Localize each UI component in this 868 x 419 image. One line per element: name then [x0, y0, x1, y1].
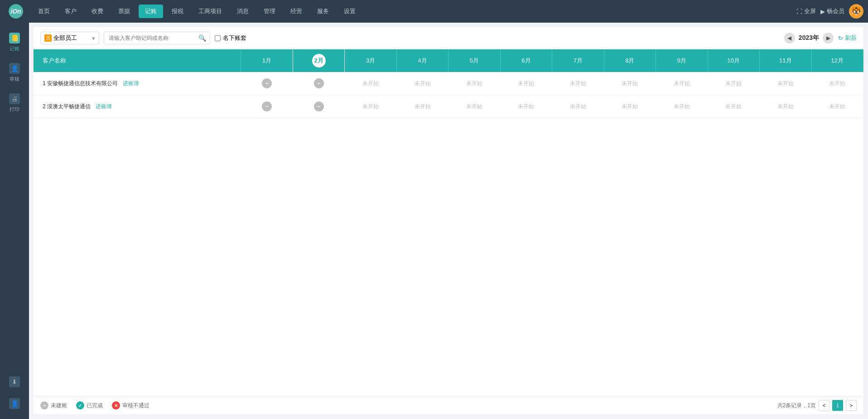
not-started-text: 未开始: [674, 103, 690, 110]
employee-select[interactable]: 员 全部员工 ▾: [40, 32, 99, 44]
legend-not-started-label: 未建账: [51, 402, 67, 409]
user-icon: 👤: [9, 398, 20, 409]
month-cell-11: 未开始: [760, 95, 811, 118]
nav-right-actions: ⛶ 全屏 ▶ 畅会员 🐯: [796, 4, 863, 19]
sidebar-item-bookkeeping[interactable]: 📒 记账: [0, 27, 29, 58]
not-started-text: 未开始: [777, 80, 794, 87]
prev-year-button[interactable]: ◀: [784, 33, 795, 43]
my-accounts-checkbox-wrap[interactable]: 名下账套: [215, 34, 246, 42]
nav-invoices[interactable]: 票据: [112, 5, 136, 18]
sidebar-audit-label: 审核: [10, 76, 19, 82]
month-cell-11: 未开始: [760, 72, 811, 95]
month-cell-10: 未开始: [708, 95, 759, 118]
month-cell-12: 未开始: [811, 72, 863, 95]
nav-customers[interactable]: 客户: [58, 5, 83, 18]
not-started-text: 未开始: [725, 103, 742, 110]
total-records-label: 共2条记录，1页: [777, 402, 816, 409]
col-month-4: 4月: [396, 49, 448, 72]
nav-business[interactable]: 工商项目: [192, 5, 228, 18]
not-started-text: 未开始: [518, 80, 534, 87]
col-month-8: 8月: [604, 49, 656, 72]
month-cell-4: 未开始: [396, 95, 448, 118]
accounts-table: 客户名称 1月 2月 3月 4月 5月 6月 7月 8月 9月: [34, 49, 863, 118]
month-cell-9: 未开始: [656, 72, 708, 95]
search-input-wrap: 🔍: [104, 32, 210, 44]
month-cell-3: 未开始: [345, 72, 396, 95]
enter-ledger-link[interactable]: 进账簿: [96, 103, 112, 110]
not-started-text: 未开始: [362, 103, 379, 110]
search-input[interactable]: [104, 33, 195, 43]
sidebar-bookkeeping-label: 记账: [10, 45, 19, 52]
nav-bookkeeping[interactable]: 记账: [139, 5, 163, 18]
month-cell-6: 未开始: [500, 95, 552, 118]
enter-ledger-link[interactable]: 进账簿: [123, 80, 139, 87]
sidebar-item-user[interactable]: 👤: [0, 393, 29, 414]
month-cell-2[interactable]: −: [293, 95, 344, 118]
refresh-button[interactable]: ↻ 刷新: [838, 34, 857, 42]
next-year-button[interactable]: ▶: [823, 33, 834, 43]
bookkeeping-icon: 📒: [9, 33, 20, 43]
vip-button[interactable]: ▶ 畅会员: [820, 7, 844, 15]
not-started-text: 未开始: [777, 103, 794, 110]
not-started-text: 未开始: [415, 80, 431, 87]
col-month-10: 10月: [708, 49, 759, 72]
nav-management[interactable]: 管理: [257, 5, 282, 18]
not-started-text: 未开始: [570, 80, 586, 87]
year-navigation: ◀ 2023年 ▶: [784, 33, 834, 43]
not-started-text: 未开始: [829, 80, 845, 87]
col-month-3: 3月: [345, 49, 396, 72]
not-started-text: 未开始: [466, 103, 482, 110]
nav-home[interactable]: 首页: [32, 5, 56, 18]
month-cell-4: 未开始: [396, 72, 448, 95]
col-month-6: 6月: [500, 49, 552, 72]
client-name: 安徽畅捷通信息技术有限公司: [47, 80, 118, 87]
nav-fees[interactable]: 收费: [85, 5, 110, 18]
legend-failed: ✕ 审核不通过: [112, 401, 149, 409]
sidebar-item-download[interactable]: ⬇: [0, 371, 29, 393]
legend-completed-label: 已完成: [87, 402, 103, 409]
nav-services[interactable]: 服务: [311, 5, 335, 18]
nav-messages[interactable]: 消息: [231, 5, 255, 18]
nav-tax[interactable]: 报税: [165, 5, 190, 18]
page-1-button[interactable]: 1: [832, 400, 843, 411]
table-footer: − 未建账 ✓ 已完成 ✕ 审核不通过 共2条记录，1: [34, 396, 863, 414]
app-logo: iOn: [5, 0, 27, 23]
row-number: 1: [43, 80, 47, 87]
col-client-name: 客户名称: [34, 49, 241, 72]
employee-label-icon: 员: [44, 34, 52, 42]
month-cell-1[interactable]: −: [241, 95, 293, 118]
dropdown-chevron-icon: ▾: [92, 35, 95, 42]
not-started-text: 未开始: [725, 80, 742, 87]
not-started-text: 未开始: [362, 80, 379, 87]
legend-failed-label: 审核不通过: [122, 402, 149, 409]
my-accounts-checkbox[interactable]: [215, 35, 221, 41]
month-cell-12: 未开始: [811, 95, 863, 118]
month-cell-6: 未开始: [500, 72, 552, 95]
legend-completed: ✓ 已完成: [76, 401, 103, 409]
user-avatar[interactable]: 🐯: [849, 4, 863, 19]
prev-page-button[interactable]: <: [819, 400, 829, 411]
x-icon: ✕: [114, 403, 118, 408]
sidebar-item-print[interactable]: 🖨 打印: [0, 88, 29, 118]
not-started-text: 未开始: [622, 103, 638, 110]
pagination: 共2条记录，1页 < 1 >: [777, 400, 857, 411]
col-month-11: 11月: [760, 49, 811, 72]
month-cell-3: 未开始: [345, 95, 396, 118]
search-button[interactable]: 🔍: [195, 32, 210, 44]
sidebar-item-audit[interactable]: 👤 审核: [0, 58, 29, 88]
status-dot-done: −: [262, 101, 272, 111]
month-cell-5: 未开始: [448, 95, 500, 118]
month-cell-9: 未开始: [656, 95, 708, 118]
col-month-2: 2月: [293, 49, 344, 72]
nav-operations[interactable]: 经营: [284, 5, 309, 18]
month-cell-2[interactable]: −: [293, 72, 344, 95]
fullscreen-button[interactable]: ⛶ 全屏: [796, 7, 816, 15]
month-cell-5: 未开始: [448, 72, 500, 95]
table-row: 2 漠澳太平畅捷通信 进账簿−−未开始未开始未开始未开始未开始未开始未开始未开始…: [34, 95, 863, 118]
vip-label: 畅会员: [827, 7, 844, 15]
nav-settings[interactable]: 设置: [338, 5, 362, 18]
fullscreen-label: 全屏: [804, 7, 816, 15]
refresh-label: 刷新: [845, 34, 857, 42]
month-cell-1[interactable]: −: [241, 72, 293, 95]
next-page-button[interactable]: >: [846, 400, 857, 411]
